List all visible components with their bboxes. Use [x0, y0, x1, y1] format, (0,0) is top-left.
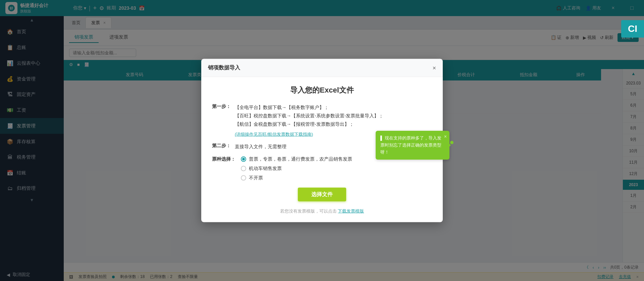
radio-noticket[interactable]: 不开票 — [241, 175, 352, 181]
step1-line2: 【百旺】税控盘数据下载→【系统设置-系统参数设置-发票批量导入】； — [235, 112, 383, 120]
radio-normal-circle — [241, 156, 246, 162]
step1-line3: 【航信】金税盘数据下载→【报税管理-发票数据导出】； — [235, 120, 383, 128]
radio-noticket-circle — [241, 175, 246, 180]
step1-line1: 【全电平台】数据下载→【税务数字账户】； — [235, 103, 383, 112]
radio-motor[interactable]: 机动车销售发票 — [241, 165, 352, 171]
tooltip-dot — [450, 141, 453, 144]
radio-motor-label: 机动车销售发票 — [249, 165, 282, 171]
ticket-label: 票种选择： — [212, 156, 235, 162]
tooltip-close-btn[interactable]: × — [444, 133, 447, 140]
radio-motor-circle — [241, 166, 246, 171]
ticket-section: 票种选择： 普票，专票，卷票，通行费发票，农产品销售发票 机动车销售发票 — [212, 156, 432, 181]
radio-normal-label: 普票，专票，卷票，通行费发票，农产品销售发票 — [249, 156, 352, 162]
ci-badge: CI — [621, 20, 644, 38]
download-template-link[interactable]: 下载发票模版 — [338, 208, 364, 213]
select-file-btn[interactable]: 选择文件 — [298, 187, 346, 201]
dialog-header: 销项数据导入 × — [201, 59, 443, 77]
step2-label: 第二步： — [212, 143, 232, 149]
step1-label: 第一步： — [212, 104, 232, 110]
step1-content: 【全电平台】数据下载→【税务数字账户】； 【百旺】税控盘数据下载→【系统设置-系… — [235, 103, 383, 138]
step1-guide-link[interactable]: (详细操作见百旺/航信发票数据下载指南) — [235, 131, 313, 136]
tooltip-bubble: × ▌ 现在支持的票种多了，导入发票时别忘了选择正确的发票类型呀！ — [376, 131, 449, 160]
tooltip-text: ▌ 现在支持的票种多了，导入发票时别忘了选择正确的发票类型呀！ — [380, 135, 441, 155]
radio-group: 普票，专票，卷票，通行费发票，农产品销售发票 机动车销售发票 不开票 — [241, 156, 352, 181]
radio-noticket-label: 不开票 — [249, 175, 263, 181]
dialog-title: 销项数据导入 — [208, 64, 240, 71]
dialog-main-title: 导入您的Excel文件 — [212, 85, 432, 95]
radio-normal[interactable]: 普票，专票，卷票，通行费发票，农产品销售发票 — [241, 156, 352, 162]
download-tip: 若您没有发票模版，可以点击 下载发票模版 — [212, 208, 432, 214]
step2-content: 直接导入文件，无需整理 — [235, 142, 286, 151]
dialog-close-btn[interactable]: × — [432, 65, 436, 71]
